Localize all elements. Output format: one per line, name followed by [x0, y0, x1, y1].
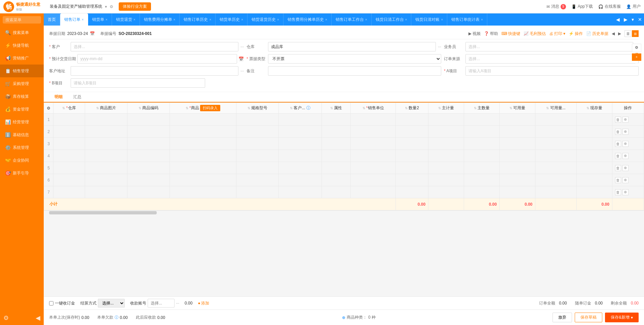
shortcut-btn[interactable]: ⌨ 快捷键 — [501, 31, 520, 37]
tab-daily-reconcile-close[interactable]: × — [441, 18, 443, 22]
profit-btn[interactable]: 📈 毛利预估 — [524, 31, 546, 37]
print-dropdown-icon[interactable]: ▾ — [563, 31, 565, 36]
cell-product-1[interactable] — [169, 114, 236, 126]
sidebar-search-input[interactable] — [3, 16, 41, 24]
settings-bottom-icon[interactable]: ⚙ — [3, 314, 9, 322]
cell-main-unit-1[interactable] — [428, 114, 464, 126]
delete-row-7[interactable]: 🗑 — [615, 189, 621, 195]
settle-method-select[interactable]: 选择... — [98, 299, 125, 308]
tab-detail[interactable]: 明细 — [49, 92, 68, 103]
one-click-checkbox[interactable] — [49, 301, 53, 306]
sidebar-item-marketing[interactable]: 📢 营销推广 — [0, 52, 44, 65]
customer-addr-input[interactable] — [71, 66, 238, 76]
cell-warehouse-2[interactable] — [53, 126, 85, 138]
a-project-input[interactable] — [465, 66, 639, 76]
sidebar-item-finance[interactable]: 💰 资金管理 — [0, 103, 44, 116]
tab-order-workbench[interactable]: 销售订单工作台 × — [332, 13, 372, 26]
tab-order-stats-close[interactable]: × — [481, 18, 483, 22]
cell-image-3[interactable] — [85, 138, 127, 150]
b-project-input[interactable] — [71, 78, 205, 88]
warehouse-input[interactable] — [268, 42, 436, 51]
add-material-btn[interactable]: + 物料 — [632, 53, 641, 61]
sidebar-item-quicknav[interactable]: ⚡ 快捷导航 — [0, 39, 44, 52]
copy-row-6[interactable]: ⊕ — [622, 177, 629, 183]
cell-unit-1[interactable] — [351, 114, 396, 126]
tab-order-stats[interactable]: 销售订单统计表 × — [447, 13, 487, 26]
cell-qty2-1[interactable] — [395, 114, 428, 126]
tab-order-history-close[interactable]: × — [209, 18, 211, 22]
discard-btn[interactable]: 放弃 — [553, 313, 572, 322]
bill-date-value[interactable]: 2023-03-24 — [67, 31, 88, 36]
cell-product-2[interactable] — [169, 126, 236, 138]
tab-sales-receipt-close[interactable]: × — [106, 18, 108, 22]
copy-row-4[interactable]: ⊕ — [622, 153, 629, 159]
debt-info-icon[interactable]: ⓘ — [115, 315, 118, 320]
tab-return-history-close[interactable]: × — [277, 18, 279, 22]
tab-more-icon[interactable]: ▾ — [630, 17, 636, 22]
tab-order-history[interactable]: 销售订单历史 × — [180, 13, 216, 26]
cell-code-3[interactable] — [127, 138, 169, 150]
cell-spec-1[interactable] — [236, 114, 279, 126]
cell-qty2-3[interactable] — [395, 138, 428, 150]
delete-row-4[interactable]: 🗑 — [615, 153, 621, 159]
nav-next-icon[interactable]: ▶ — [618, 31, 621, 36]
cell-current-2[interactable] — [576, 126, 612, 138]
order-source-input[interactable] — [465, 54, 639, 64]
cell-available-3[interactable] — [500, 138, 535, 150]
sidebar-item-basicinfo[interactable]: ℹ️ 基础信息 — [0, 128, 44, 141]
cell-customer-code-1[interactable] — [278, 114, 321, 126]
cell-attr-1[interactable] — [321, 114, 350, 126]
cell-image-2[interactable] — [85, 126, 127, 138]
cell-available2-3[interactable] — [535, 138, 577, 150]
industry-btn[interactable]: 体验行业方案 — [119, 2, 151, 11]
operate-btn[interactable]: ⚡ 操作 — [569, 31, 583, 37]
cell-attr-2[interactable] — [321, 126, 350, 138]
scroll-thumb[interactable] — [49, 211, 157, 214]
warehouse-dots[interactable]: ··· — [438, 44, 441, 49]
remark-input[interactable] — [268, 66, 441, 76]
sidebar-item-collab[interactable]: 🤝 企业协同 — [0, 154, 44, 167]
cell-unit-3[interactable] — [351, 138, 396, 150]
message-icon-item[interactable]: ✉ 消息 9 — [546, 4, 566, 9]
user-item[interactable]: 👤 用户 — [626, 4, 641, 9]
tab-daily-workbench[interactable]: 钱货日清工作台 × — [372, 13, 412, 26]
tab-sales-expense-close[interactable]: × — [174, 18, 176, 22]
delete-row-5[interactable]: 🗑 — [615, 165, 621, 171]
copy-row-1[interactable]: ⊕ — [622, 117, 629, 123]
copy-row-2[interactable]: ⊕ — [622, 129, 629, 135]
delivery-input[interactable] — [77, 54, 237, 64]
cell-product-3[interactable] — [169, 138, 236, 150]
save-draft-btn[interactable]: 保存草稿 — [575, 313, 602, 322]
sidebar-item-sales[interactable]: 📋 销售管理 — [0, 65, 44, 77]
tab-receipt-history[interactable]: 销货单历史 × — [216, 13, 248, 26]
table-scroll[interactable]: ⚙ ⇅ *仓库 ⇅ 商品图片 ⇅ 商品编码 ⇅ *商品 扫码录入 ⇅ 规格型号 … — [44, 103, 644, 296]
delete-row-1[interactable]: 🗑 — [615, 117, 621, 123]
nav-prev-icon[interactable]: ◀ — [612, 31, 615, 36]
cell-spec-3[interactable] — [236, 138, 279, 150]
tab-expense-history-close[interactable]: × — [325, 18, 327, 22]
cell-current-3[interactable] — [576, 138, 612, 150]
customer-dots[interactable]: ··· — [240, 44, 244, 49]
horizontal-scrollbar[interactable] — [44, 210, 644, 214]
cell-warehouse-3[interactable] — [53, 138, 85, 150]
tab-home[interactable]: 首页 — [44, 13, 60, 26]
tab-order-workbench-close[interactable]: × — [365, 18, 367, 22]
cell-main-qty-1[interactable] — [464, 114, 500, 126]
tab-sales-expense[interactable]: 销售费用分摊单 × — [140, 13, 180, 26]
receipt-dots[interactable]: ··· — [176, 301, 179, 306]
cell-available-2[interactable] — [500, 126, 535, 138]
tab-daily-workbench-close[interactable]: × — [405, 18, 407, 22]
cell-attr-3[interactable] — [321, 138, 350, 150]
copy-row-7[interactable]: ⊕ — [622, 189, 629, 195]
tab-sales-return-close[interactable]: × — [134, 18, 136, 22]
collapse-icon[interactable]: ◀ — [36, 314, 40, 322]
scan-btn[interactable]: 扫码录入 — [200, 105, 220, 111]
tab-close-all[interactable]: ✕ — [636, 17, 644, 22]
settings-icon[interactable]: ⚙ — [110, 4, 113, 9]
copy-row-3[interactable]: ⊕ — [622, 141, 629, 147]
tab-return-history[interactable]: 销货退货历史 × — [248, 13, 283, 26]
sidebar-item-operations[interactable]: 📊 经营管理 — [0, 116, 44, 128]
cell-code-1[interactable] — [127, 114, 169, 126]
delete-row-2[interactable]: 🗑 — [615, 129, 621, 135]
add-payment-btn[interactable]: ● 添加 — [198, 300, 209, 306]
